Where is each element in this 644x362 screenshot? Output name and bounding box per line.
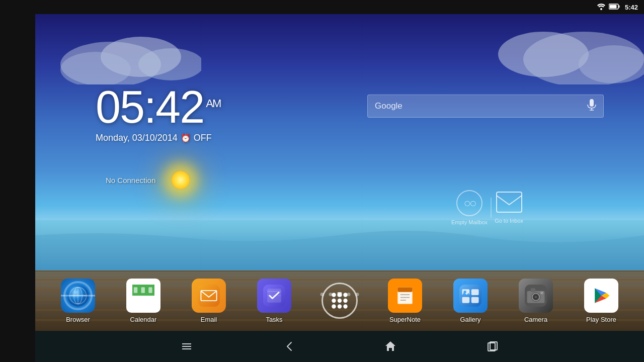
svg-point-33	[332, 299, 336, 303]
svg-point-17	[70, 287, 87, 304]
weather-widget: No Connection	[106, 160, 201, 200]
browser-icon	[61, 279, 95, 313]
svg-rect-41	[397, 287, 412, 292]
cal-header	[132, 285, 154, 296]
calendar-label: Calendar	[130, 316, 157, 323]
go-to-inbox-label: Go to Inbox	[495, 218, 523, 224]
google-search-text: Google	[375, 101, 587, 111]
connection-status: No Connection	[106, 176, 155, 185]
empty-mailbox-counter: ○○	[456, 190, 482, 216]
svg-point-57	[534, 296, 537, 299]
email-icon	[192, 279, 226, 313]
svg-point-36	[332, 304, 336, 308]
tasks-icon	[257, 279, 291, 313]
app-dock: Browser	[35, 270, 644, 331]
clock-date-value: Monday, 03/10/2014	[96, 133, 178, 143]
calendar-icon	[126, 279, 160, 313]
google-search-bar[interactable]: Google	[367, 95, 604, 118]
navigation-bar	[35, 331, 644, 362]
menu-button[interactable]	[174, 334, 199, 359]
svg-rect-12	[590, 99, 594, 107]
empty-mailbox-label: Empty Mailbox	[451, 219, 488, 225]
sun-core	[172, 171, 190, 189]
alarm-status: OFF	[194, 133, 212, 143]
app-camera[interactable]: Camera	[506, 279, 566, 323]
gallery-label: Gallery	[460, 316, 480, 323]
back-button[interactable]	[276, 334, 301, 359]
battery-icon	[609, 4, 620, 11]
svg-rect-2	[618, 5, 619, 8]
email-label: Email	[201, 316, 217, 323]
svg-point-35	[343, 299, 347, 303]
apps-grid-icon	[321, 283, 358, 319]
counter-circles: ○○	[464, 196, 475, 210]
clock-display: 05:42AM	[96, 84, 220, 130]
app-supernote[interactable]: SuperNote	[375, 279, 435, 323]
svg-rect-49	[471, 297, 479, 303]
svg-rect-15	[497, 192, 522, 212]
wifi-icon	[597, 3, 606, 12]
app-playstore[interactable]: Play Store	[571, 279, 631, 323]
svg-point-38	[343, 304, 347, 308]
recent-apps-button[interactable]	[480, 334, 505, 359]
camera-label: Camera	[524, 316, 547, 323]
gallery-icon	[453, 279, 488, 313]
playstore-label: Play Store	[586, 316, 616, 323]
svg-rect-21	[134, 287, 137, 293]
svg-rect-58	[531, 288, 535, 292]
cloud-left	[60, 24, 201, 86]
svg-point-9	[498, 32, 589, 77]
home-button[interactable]	[378, 334, 403, 359]
svg-point-16	[67, 285, 89, 307]
svg-rect-3	[609, 5, 616, 8]
app-browser[interactable]: Browser	[48, 279, 108, 323]
svg-rect-48	[462, 297, 470, 303]
status-time: 5:42	[625, 4, 638, 11]
status-bar: 5:42	[0, 0, 644, 14]
svg-rect-22	[141, 287, 145, 293]
cloud-right	[493, 19, 644, 86]
app-calendar[interactable]: Calendar	[113, 279, 174, 323]
app-tasks[interactable]: Tasks	[244, 279, 304, 323]
svg-point-32	[343, 293, 347, 297]
clock-date: Monday, 03/10/2014 ⏰ OFF	[96, 133, 220, 143]
svg-point-37	[338, 304, 342, 308]
supernote-label: SuperNote	[389, 316, 421, 323]
inbox-icon	[496, 192, 522, 217]
browser-label: Browser	[66, 316, 90, 323]
camera-icon	[519, 279, 553, 313]
svg-point-30	[332, 293, 336, 297]
tasks-label: Tasks	[266, 316, 282, 323]
mic-icon[interactable]	[587, 99, 596, 114]
inbox-button[interactable]: Go to Inbox	[495, 192, 523, 224]
app-email[interactable]: Email	[179, 279, 239, 323]
email-widget-divider	[491, 198, 492, 218]
left-bezel	[0, 14, 35, 362]
sun-icon	[160, 160, 201, 200]
app-grid-launcher[interactable]	[309, 283, 370, 319]
supernote-icon	[388, 279, 422, 313]
clock-widget: 05:42AM Monday, 03/10/2014 ⏰ OFF	[96, 84, 220, 143]
svg-point-34	[338, 299, 342, 303]
alarm-icon: ⏰	[181, 133, 191, 143]
cal-body	[139, 296, 148, 307]
email-widget[interactable]: ○○ Empty Mailbox Go to Inbox	[451, 190, 523, 225]
ocean	[35, 220, 644, 270]
svg-point-59	[540, 291, 543, 294]
home-screen: 05:42AM Monday, 03/10/2014 ⏰ OFF No Conn…	[35, 14, 644, 362]
clock-ampm: AM	[206, 97, 220, 110]
svg-point-18	[74, 287, 83, 304]
svg-point-7	[138, 48, 201, 80]
svg-rect-45	[459, 285, 481, 307]
svg-point-31	[338, 293, 342, 297]
clock-time-value: 05:42	[96, 82, 204, 132]
svg-rect-23	[148, 287, 152, 293]
playstore-icon	[584, 279, 618, 313]
svg-point-0	[600, 8, 602, 10]
app-gallery[interactable]: Gallery	[440, 279, 501, 323]
svg-rect-47	[471, 289, 479, 295]
